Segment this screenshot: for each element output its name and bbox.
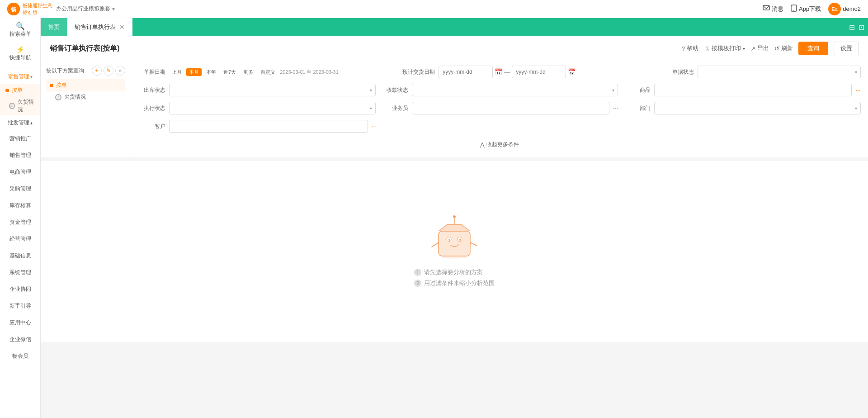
collapse-more-btn[interactable]: ⋀ 收起更多条件 xyxy=(138,138,861,152)
sidebar-item-inventory[interactable]: 库存核算 xyxy=(0,197,40,214)
add-scheme-btn[interactable]: + xyxy=(92,66,102,76)
forecast-date-from[interactable] xyxy=(439,66,493,78)
salesman-field: 业务员 ··· xyxy=(381,102,618,114)
date-tag-this-month[interactable]: 本月 xyxy=(186,68,202,76)
sidebar-item-operation[interactable]: 经营管理 xyxy=(0,231,40,247)
sidebar-item-appstore[interactable]: 应用中心 xyxy=(0,314,40,331)
exec-status-field: 执行状态 ▾ xyxy=(138,102,376,114)
collapse-panel-btn[interactable]: « xyxy=(115,66,125,76)
empty-state: 1 请先选择要分析的方案 2 用过滤条件来缩小分析范围 xyxy=(414,213,495,290)
svg-line-13 xyxy=(432,242,439,247)
appstore-label: 应用中心 xyxy=(9,319,31,326)
sidebar-item-member[interactable]: 畅会员 xyxy=(0,348,40,365)
debt-dot: ① xyxy=(9,103,15,109)
forecast-date-to[interactable] xyxy=(512,66,566,78)
sidebar-sub-debt[interactable]: ① 欠货情况 xyxy=(0,96,40,115)
date-tag-last-month[interactable]: 上月 xyxy=(169,68,184,76)
app-download-label: App下载 xyxy=(799,5,821,13)
date-tag-7days[interactable]: 近7天 xyxy=(221,68,239,76)
svg-point-9 xyxy=(448,239,450,241)
order-dot xyxy=(5,89,9,92)
dept-field: 部门 ▾ xyxy=(623,102,861,114)
sidebar-search[interactable]: 🔍 搜索菜单 xyxy=(0,18,40,42)
out-status-select[interactable] xyxy=(169,84,376,96)
salesman-ellipsis[interactable]: ··· xyxy=(613,104,618,112)
help-label: 帮助 xyxy=(687,44,698,52)
tab-close-btn[interactable]: ✕ xyxy=(119,24,125,31)
date-tag-this-year[interactable]: 本年 xyxy=(203,68,219,76)
doc-status-select-wrapper: ▾ xyxy=(698,66,861,78)
page-content: 销售订单执行表(按单) ? 帮助 🖨 按模板打印 ▾ ↗ xyxy=(41,36,868,418)
doc-status-select[interactable] xyxy=(698,66,861,78)
sidebar-item-marketing[interactable]: 营销推广 xyxy=(0,130,40,147)
breadcrumb[interactable]: 办公用品行业模拟账套 ▾ xyxy=(56,5,115,13)
settings-button[interactable]: 设置 xyxy=(834,42,859,55)
app-download-btn[interactable]: App下载 xyxy=(791,5,821,13)
refresh-icon: ↺ xyxy=(774,45,779,52)
sidebar-item-system[interactable]: 系统管理 xyxy=(0,264,40,281)
sidebar-item-retail[interactable]: 零售管理 ▾ xyxy=(0,69,40,84)
sidebar-item-enterprise[interactable]: 企业协同 xyxy=(0,281,40,298)
export-btn[interactable]: ↗ 导出 xyxy=(750,44,769,52)
tab-maximize-btn[interactable]: ⊡ xyxy=(859,23,864,32)
salesman-label: 业务员 xyxy=(381,104,408,112)
collapse-more-label: 收起更多条件 xyxy=(486,141,519,148)
sidebar-sub-order[interactable]: 按单 xyxy=(0,84,40,96)
main-layout: 🔍 搜索菜单 ⚡ 快捷导航 零售管理 ▾ 按单 ① 欠货情况 批发管理 ▴ xyxy=(0,18,868,418)
filter-layout: 按以下方案查询 + ✎ « xyxy=(41,60,868,157)
print-btn[interactable]: 🖨 按模板打印 ▾ xyxy=(704,44,745,52)
customer-ellipsis[interactable]: ··· xyxy=(372,123,377,130)
add-icon: + xyxy=(95,67,98,74)
empty-illustration xyxy=(427,213,481,263)
tip-num-1: 1 xyxy=(414,269,421,276)
doc-status-label: 单据状态 xyxy=(667,68,694,76)
cal-icon-to[interactable]: 📅 xyxy=(568,68,576,76)
help-btn[interactable]: ? 帮助 xyxy=(682,44,698,52)
page-title: 销售订单执行表(按单) xyxy=(50,44,120,53)
collect-status-field: 收款状态 ▾ xyxy=(381,84,618,96)
header-right: 消息 App下载 Ea demo2 xyxy=(763,3,861,15)
date-range-display: 2023-03-01 至 2023-03-31 xyxy=(280,69,339,76)
cal-icon-from[interactable]: 📅 xyxy=(495,68,502,76)
scheme-item-order[interactable]: 按单 xyxy=(46,79,125,91)
date-tag-custom[interactable]: 自定义 xyxy=(258,68,278,76)
sidebar-quick-nav[interactable]: ⚡ 快捷导航 xyxy=(0,42,40,65)
tab-sales-exec[interactable]: 销售订单执行表 ✕ xyxy=(67,18,132,36)
date-tag-more[interactable]: 更多 xyxy=(241,68,256,76)
sidebar-item-newguide[interactable]: 新手引导 xyxy=(0,298,40,314)
customer-input[interactable] xyxy=(169,120,368,133)
sidebar-item-finance[interactable]: 资金管理 xyxy=(0,214,40,231)
collapse-icon: « xyxy=(119,67,122,74)
message-icon xyxy=(763,5,770,13)
out-status-label: 出库状态 xyxy=(138,86,165,94)
collect-status-select[interactable] xyxy=(412,84,618,96)
goods-ellipsis[interactable]: ··· xyxy=(855,86,861,94)
sidebar-item-basic[interactable]: 基础信息 xyxy=(0,247,40,264)
scheme-sub-debt[interactable]: ① 欠货情况 xyxy=(46,91,125,103)
sidebar-item-wholesale[interactable]: 批发管理 ▴ xyxy=(0,115,40,130)
svg-rect-2 xyxy=(763,5,769,10)
user-area[interactable]: Ea demo2 xyxy=(828,3,861,15)
query-button[interactable]: 查询 xyxy=(798,42,828,55)
dept-select[interactable] xyxy=(654,102,861,114)
tab-minimize-btn[interactable]: ⊟ xyxy=(849,23,855,32)
forecast-date-field: 预计交货日期 📅 — 📅 xyxy=(402,66,661,78)
page-actions: ? 帮助 🖨 按模板打印 ▾ ↗ 导出 ↺ xyxy=(682,42,859,55)
message-btn[interactable]: 消息 xyxy=(763,5,783,13)
operation-label: 经营管理 xyxy=(9,236,31,242)
filter-left-title: 按以下方案查询 + ✎ « xyxy=(46,66,125,76)
edit-scheme-btn[interactable]: ✎ xyxy=(104,66,113,76)
sidebar-item-wechat[interactable]: 企业微信 xyxy=(0,331,40,348)
sidebar-item-sales[interactable]: 销售管理 xyxy=(0,147,40,164)
sidebar-item-purchase[interactable]: 采购管理 xyxy=(0,180,40,197)
refresh-btn[interactable]: ↺ 刷新 xyxy=(774,44,793,52)
goods-label: 商品 xyxy=(623,86,651,94)
sidebar-item-ecommerce[interactable]: 电商管理 xyxy=(0,164,40,180)
tab-home[interactable]: 首页 xyxy=(41,18,67,36)
wholesale-arrow: ▴ xyxy=(30,120,33,125)
salesman-input[interactable] xyxy=(412,102,609,114)
page-title-row: 销售订单执行表(按单) ? 帮助 🖨 按模板打印 ▾ ↗ xyxy=(50,42,859,60)
top-header: 畅 畅捷通好生意 标准版 办公用品行业模拟账套 ▾ 消息 App下载 Ea xyxy=(0,0,868,18)
goods-input[interactable] xyxy=(654,84,852,96)
exec-status-select[interactable] xyxy=(169,102,376,114)
